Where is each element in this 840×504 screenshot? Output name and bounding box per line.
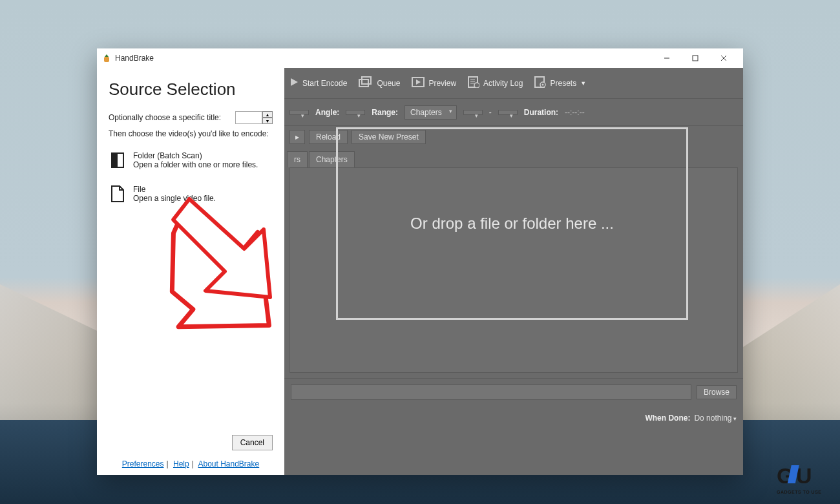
close-button[interactable]	[709, 48, 738, 68]
start-encode-button[interactable]: Start Encode	[289, 78, 347, 89]
browse-button[interactable]: Browse	[697, 385, 737, 399]
svg-text:GADGETS TO USE: GADGETS TO USE	[777, 490, 822, 494]
open-folder-text: Folder (Batch Scan) Open a folder with o…	[133, 151, 258, 169]
range-start-dropdown[interactable]	[463, 110, 483, 115]
drop-zone[interactable]: Or drop a file or folder here ...	[336, 127, 688, 320]
drop-zone-text: Or drop a file or folder here ...	[410, 215, 614, 233]
main-area: Source Selection Optionally choose a spe…	[97, 68, 743, 475]
title-spinner-up[interactable]: ▲	[262, 111, 273, 118]
presets-label: Presets	[550, 79, 576, 88]
svg-marker-8	[291, 78, 298, 86]
queue-icon	[359, 76, 373, 90]
preview-label: Preview	[428, 79, 456, 88]
svg-rect-2	[693, 56, 698, 61]
optional-title-row: Optionally choose a specific title: ▲ ▼	[109, 111, 273, 124]
play-icon	[289, 78, 299, 89]
start-encode-label: Start Encode	[302, 79, 347, 88]
footer-links: Preferences| Help| About HandBrake	[109, 459, 273, 468]
title-dropdown[interactable]	[289, 110, 309, 115]
open-folder-sub: Open a folder with one or more files.	[133, 160, 258, 169]
preferences-link[interactable]: Preferences	[122, 459, 164, 468]
app-icon	[102, 54, 111, 63]
open-file-text: File Open a single video file.	[133, 185, 216, 203]
range-label: Range:	[372, 108, 398, 117]
maximize-button[interactable]	[681, 48, 709, 68]
tab-partial[interactable]: rs	[287, 151, 308, 167]
source-params-row: Angle: Range: Chapters - Duration: --:--…	[284, 99, 743, 126]
svg-point-17	[474, 83, 479, 88]
minimize-button[interactable]	[653, 48, 681, 68]
duration-label: Duration:	[524, 108, 558, 117]
chevron-down-icon: ▼	[580, 80, 586, 87]
svg-marker-12	[416, 79, 421, 85]
open-file-title: File	[133, 185, 216, 194]
open-file-button[interactable]: File Open a single video file.	[109, 181, 273, 207]
angle-dropdown[interactable]	[346, 110, 365, 115]
open-file-sub: Open a single video file.	[133, 194, 216, 203]
title-spinner-down[interactable]: ▼	[262, 118, 273, 124]
open-folder-button[interactable]: Folder (Batch Scan) Open a folder with o…	[109, 147, 273, 173]
when-done-label: When Done:	[645, 414, 690, 423]
cancel-button[interactable]: Cancel	[232, 435, 273, 450]
file-icon	[110, 185, 125, 203]
svg-point-20	[542, 84, 544, 86]
activity-log-button[interactable]: Activity Log	[468, 76, 523, 90]
presets-icon	[534, 76, 546, 90]
watermark: G U GADGETS TO USE	[777, 461, 835, 500]
folder-icon	[110, 151, 125, 169]
title-number-input[interactable]	[235, 111, 262, 124]
cancel-row: Cancel	[109, 431, 273, 459]
queue-label: Queue	[377, 79, 400, 88]
preview-button[interactable]: Preview	[412, 77, 456, 89]
output-path-input[interactable]	[291, 384, 691, 400]
activity-label: Activity Log	[483, 79, 523, 88]
queue-button[interactable]: Queue	[359, 76, 400, 90]
preset-arrow-button[interactable]: ▸	[289, 130, 305, 144]
main-dimmed-area: Start Encode Queue Preview Activity Log …	[284, 68, 743, 475]
svg-rect-10	[362, 77, 371, 84]
about-link[interactable]: About HandBrake	[198, 459, 259, 468]
range-type-dropdown[interactable]: Chapters	[404, 105, 457, 120]
handbrake-window: HandBrake Source Selection Optionally ch…	[97, 48, 743, 475]
when-done-row: When Done: Do nothing	[284, 405, 743, 431]
open-folder-title: Folder (Batch Scan)	[133, 151, 258, 160]
range-dash: -	[489, 108, 492, 117]
source-selection-panel: Source Selection Optionally choose a spe…	[97, 68, 284, 475]
range-end-dropdown[interactable]	[498, 110, 518, 115]
window-title: HandBrake	[115, 54, 154, 63]
presets-button[interactable]: Presets ▼	[534, 76, 586, 90]
svg-rect-9	[359, 79, 368, 87]
titlebar[interactable]: HandBrake	[97, 48, 743, 68]
preview-icon	[412, 77, 425, 89]
svg-rect-7	[112, 154, 118, 167]
optional-title-label: Optionally choose a specific title:	[109, 113, 235, 122]
output-row: Browse	[284, 378, 743, 405]
toolbar: Start Encode Queue Preview Activity Log …	[284, 68, 743, 99]
angle-label: Angle:	[315, 108, 339, 117]
activity-icon	[468, 76, 479, 90]
duration-value: --:--:--	[565, 108, 585, 117]
svg-rect-0	[104, 57, 109, 62]
when-done-dropdown[interactable]: Do nothing	[694, 414, 737, 423]
choose-hint: Then choose the video(s) you'd like to e…	[109, 129, 273, 138]
window-controls	[653, 48, 738, 68]
help-link[interactable]: Help	[173, 459, 189, 468]
panel-heading: Source Selection	[109, 79, 273, 100]
title-spinner: ▲ ▼	[262, 111, 273, 124]
